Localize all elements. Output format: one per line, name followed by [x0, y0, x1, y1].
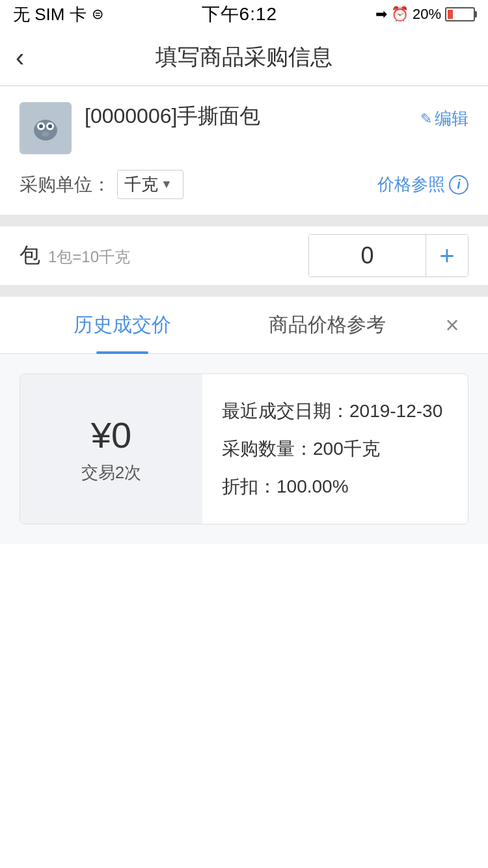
status-time: 下午6:12	[202, 2, 278, 27]
back-button[interactable]: ‹	[16, 44, 24, 70]
quantity-control[interactable]: 0 +	[308, 234, 468, 277]
bottom-space	[0, 544, 488, 868]
product-name-block: [0000006]手撕面包	[85, 102, 260, 131]
price-ref-label: 价格参照	[377, 173, 445, 196]
discount-label: 折扣：	[222, 476, 277, 496]
purchase-quantity-row: 采购数量：200千克	[222, 435, 448, 463]
tabs-content: ¥0 交易2次 最近成交日期：2019-12-30 采购数量：200千克 折扣：…	[0, 354, 488, 544]
discount-value: 100.00%	[277, 476, 349, 496]
quantity-row: 包 1包=10千克 0 +	[0, 226, 488, 285]
history-transaction-count: 交易2次	[81, 461, 141, 484]
product-section: [0000006]手撕面包 ✎ 编辑 采购单位： 千克 ▼ 价格参照 i	[0, 87, 488, 215]
tab-history-price[interactable]: 历史成交价	[20, 297, 224, 354]
tab-panel-close-button[interactable]: ×	[436, 309, 468, 342]
page-title: 填写商品采购信息	[156, 42, 332, 72]
unit-left: 采购单位： 千克 ▼	[20, 170, 183, 199]
history-card: ¥0 交易2次 最近成交日期：2019-12-30 采购数量：200千克 折扣：…	[20, 373, 468, 524]
info-icon: i	[449, 175, 468, 195]
quantity-plus-button[interactable]: +	[426, 235, 468, 277]
product-unit-row: 采购单位： 千克 ▼ 价格参照 i	[20, 170, 468, 199]
latest-date-value: 2019-12-30	[349, 401, 442, 421]
edit-label: 编辑	[435, 107, 468, 130]
battery-percent: 20%	[413, 6, 441, 23]
edit-button[interactable]: ✎ 编辑	[420, 102, 468, 130]
tabs-header: 历史成交价 商品价格参考 ×	[0, 297, 488, 354]
product-info: [0000006]手撕面包	[20, 102, 260, 154]
purchase-qty-label: 采购数量：	[222, 439, 313, 459]
battery-fill	[448, 10, 453, 19]
edit-icon: ✎	[420, 111, 432, 128]
svg-point-3	[39, 124, 43, 128]
status-right: ➡ ⏰ 20%	[375, 6, 475, 23]
wifi-icon: ⊜	[92, 6, 103, 23]
dropdown-arrow-icon: ▼	[161, 178, 172, 191]
battery-indicator	[445, 7, 475, 21]
tab-active-underline	[96, 351, 148, 354]
unit-select-dropdown[interactable]: 千克 ▼	[117, 170, 183, 199]
nav-bar: ‹ 填写商品采购信息	[0, 29, 488, 86]
product-thumbnail	[20, 102, 72, 154]
section-divider	[0, 215, 488, 226]
product-logo-icon	[29, 112, 62, 144]
svg-point-0	[34, 120, 57, 141]
product-header: [0000006]手撕面包 ✎ 编辑	[20, 102, 468, 154]
discount-row: 折扣：100.00%	[222, 473, 448, 500]
quantity-input[interactable]: 0	[309, 235, 426, 277]
latest-date-row: 最近成交日期：2019-12-30	[222, 398, 448, 425]
svg-point-4	[48, 124, 52, 128]
tabs-panel: 历史成交价 商品价格参考 × ¥0 交易2次 最近成交日期：2019-12-30…	[0, 297, 488, 544]
quantity-label: 包 1包=10千克	[20, 241, 130, 270]
carrier-label: 无 SIM 卡	[13, 3, 87, 26]
history-price-left: ¥0 交易2次	[20, 374, 202, 524]
section-divider-2	[0, 285, 488, 297]
purchase-qty-value: 200千克	[313, 439, 380, 459]
package-conversion-label: 1包=10千克	[48, 247, 130, 267]
tab-price-ref-label: 商品价格参考	[269, 312, 386, 338]
price-reference-button[interactable]: 价格参照 i	[377, 173, 468, 196]
product-id: [0000006]手撕面包	[85, 99, 260, 128]
unit-value: 千克	[124, 173, 158, 196]
status-bar: 无 SIM 卡 ⊜ 下午6:12 ➡ ⏰ 20%	[0, 0, 488, 29]
tab-history-label: 历史成交价	[74, 312, 171, 338]
tab-price-reference[interactable]: 商品价格参考	[224, 297, 429, 354]
history-price-value: ¥0	[91, 414, 131, 456]
svg-point-5	[42, 131, 49, 137]
history-details-right: 最近成交日期：2019-12-30 采购数量：200千克 折扣：100.00%	[202, 374, 468, 524]
battery-body	[445, 7, 475, 21]
alarm-icon: ⏰	[391, 6, 409, 23]
latest-date-label: 最近成交日期：	[222, 401, 349, 421]
unit-label: 采购单位：	[20, 172, 111, 197]
location-icon: ➡	[375, 6, 387, 23]
status-carrier: 无 SIM 卡 ⊜	[13, 3, 103, 26]
package-unit-label: 包	[20, 241, 40, 270]
